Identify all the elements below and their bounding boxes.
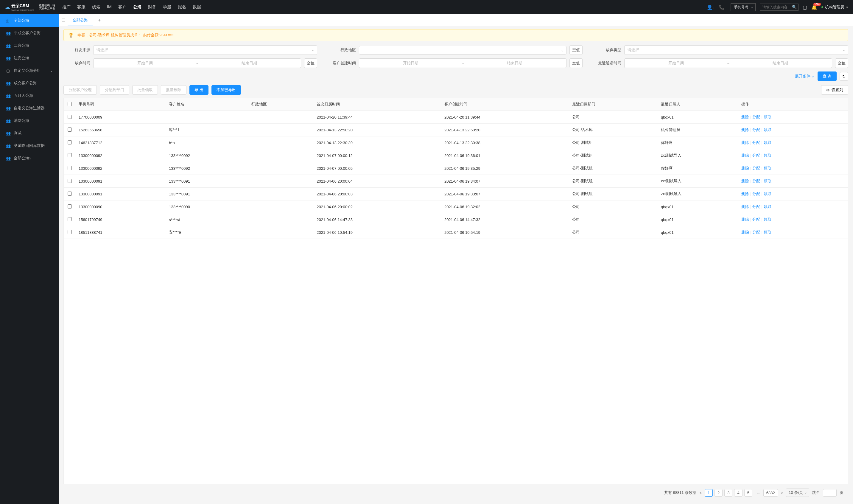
- page-5[interactable]: 5: [744, 489, 752, 497]
- nav-item-5[interactable]: 公海: [133, 4, 142, 10]
- row-claim-link[interactable]: 领取: [764, 192, 772, 196]
- query-button[interactable]: 查 询: [818, 71, 837, 81]
- filter-abandon-type-select[interactable]: 请选择: [624, 45, 848, 55]
- tab-all-sea[interactable]: 全部公海: [68, 14, 93, 26]
- row-checkbox[interactable]: [68, 217, 72, 221]
- filter-call-time-range[interactable]: 开始日期~结束日期: [624, 58, 832, 68]
- page-last[interactable]: 6882: [763, 489, 778, 497]
- filter-call-time-empty[interactable]: 空值: [835, 58, 848, 68]
- row-claim-link[interactable]: 领取: [764, 217, 772, 222]
- row-delete-link[interactable]: 删除: [741, 217, 749, 222]
- user-menu[interactable]: 机构管理员 ▾: [821, 4, 848, 10]
- row-checkbox[interactable]: [68, 140, 72, 144]
- nav-item-4[interactable]: 客户: [118, 4, 127, 10]
- sidebar-item-0[interactable]: 👥全部公海: [0, 14, 59, 27]
- select-all-checkbox[interactable]: [68, 102, 72, 106]
- row-assign-link[interactable]: 分配: [752, 115, 760, 119]
- row-checkbox[interactable]: [68, 127, 72, 132]
- row-assign-link[interactable]: 分配: [752, 192, 760, 196]
- row-delete-link[interactable]: 删除: [741, 140, 749, 145]
- columns-settings-button[interactable]: ⚙ 设置列: [821, 85, 848, 95]
- nav-item-3[interactable]: IM: [107, 4, 112, 10]
- notification-icon[interactable]: 🔔99+: [811, 4, 817, 10]
- search-type-select[interactable]: 手机号码: [731, 3, 756, 11]
- filter-created-time-range[interactable]: 开始日期~结束日期: [359, 58, 567, 68]
- sidebar-item-1[interactable]: 👥非成交客户公海: [0, 27, 59, 39]
- filter-region-select[interactable]: [359, 46, 567, 55]
- sidebar-item-9[interactable]: 👥测试: [0, 127, 59, 139]
- filter-created-time-empty[interactable]: 空值: [569, 58, 583, 68]
- row-checkbox[interactable]: [68, 179, 72, 183]
- row-checkbox[interactable]: [68, 166, 72, 170]
- row-delete-link[interactable]: 删除: [741, 127, 749, 132]
- filter-abandon-time-range[interactable]: 开始日期~结束日期: [93, 58, 301, 68]
- assign-manager-button[interactable]: 分配客户经理: [63, 85, 97, 95]
- row-claim-link[interactable]: 领取: [764, 127, 772, 132]
- batch-claim-button[interactable]: 批量领取: [132, 85, 158, 95]
- filter-source-select[interactable]: 请选择: [93, 45, 317, 55]
- sidebar-item-7[interactable]: 👥自定义公海过滤器: [0, 102, 59, 114]
- sidebar-item-10[interactable]: 👥测试昨日回库数据: [0, 139, 59, 152]
- page-prev[interactable]: <: [699, 491, 702, 495]
- refresh-button[interactable]: ↻: [840, 72, 848, 81]
- sidebar-item-5[interactable]: 👥成交客户公海: [0, 77, 59, 89]
- filter-region-empty[interactable]: 空值: [569, 45, 583, 55]
- nav-item-2[interactable]: 线索: [92, 4, 101, 10]
- nav-item-7[interactable]: 学服: [163, 4, 171, 10]
- assign-dept-button[interactable]: 分配到部门: [100, 85, 129, 95]
- row-assign-link[interactable]: 分配: [752, 217, 760, 222]
- row-assign-link[interactable]: 分配: [752, 127, 760, 132]
- page-1[interactable]: 1: [705, 489, 713, 497]
- row-assign-link[interactable]: 分配: [752, 166, 760, 170]
- row-delete-link[interactable]: 删除: [741, 204, 749, 209]
- sidebar-item-3[interactable]: 👥注安公海: [0, 52, 59, 64]
- row-checkbox[interactable]: [68, 153, 72, 157]
- export-plain-button[interactable]: 不加密导出: [212, 85, 241, 95]
- search-icon[interactable]: 🔍: [792, 5, 797, 9]
- row-delete-link[interactable]: 删除: [741, 230, 749, 234]
- nav-item-6[interactable]: 财务: [148, 4, 156, 10]
- row-checkbox[interactable]: [68, 204, 72, 209]
- row-checkbox[interactable]: [68, 192, 72, 196]
- row-delete-link[interactable]: 删除: [741, 166, 749, 170]
- page-next[interactable]: >: [781, 491, 783, 495]
- page-3[interactable]: 3: [724, 489, 732, 497]
- expand-filters-link[interactable]: 展开条件 ⌄: [795, 74, 815, 79]
- phone-icon[interactable]: 📞: [719, 4, 725, 10]
- row-claim-link[interactable]: 领取: [764, 115, 772, 119]
- row-claim-link[interactable]: 领取: [764, 230, 772, 234]
- nav-item-0[interactable]: 推广: [62, 4, 71, 10]
- jump-input[interactable]: [823, 489, 837, 497]
- user-add-icon[interactable]: 👤₊: [707, 4, 715, 10]
- row-delete-link[interactable]: 删除: [741, 153, 749, 158]
- nav-item-8[interactable]: 报名: [178, 4, 186, 10]
- row-assign-link[interactable]: 分配: [752, 179, 760, 183]
- row-assign-link[interactable]: 分配: [752, 153, 760, 158]
- tab-add-button[interactable]: +: [95, 18, 104, 23]
- sidebar-item-4[interactable]: ▢自定义公海分组⌄: [0, 64, 59, 77]
- row-delete-link[interactable]: 删除: [741, 179, 749, 183]
- page-size-select[interactable]: 10 条/页: [786, 488, 809, 497]
- row-checkbox[interactable]: [68, 230, 72, 234]
- nav-item-1[interactable]: 客服: [77, 4, 86, 10]
- sidebar-item-2[interactable]: 👥二咨公海: [0, 39, 59, 52]
- sidebar-item-11[interactable]: 👥全部公海2: [0, 152, 59, 164]
- device-icon[interactable]: ▢: [803, 4, 807, 10]
- page-4[interactable]: 4: [734, 489, 742, 497]
- row-claim-link[interactable]: 领取: [764, 140, 772, 145]
- nav-item-9[interactable]: 数据: [193, 4, 201, 10]
- row-assign-link[interactable]: 分配: [752, 230, 760, 234]
- tabs-menu-icon[interactable]: ☰: [62, 18, 65, 22]
- sidebar-item-8[interactable]: 👥消防公海: [0, 114, 59, 127]
- export-button[interactable]: 导 出: [189, 85, 208, 95]
- row-claim-link[interactable]: 领取: [764, 204, 772, 209]
- page-2[interactable]: 2: [714, 489, 723, 497]
- row-checkbox[interactable]: [68, 115, 72, 119]
- batch-delete-button[interactable]: 批量删除: [161, 85, 186, 95]
- row-assign-link[interactable]: 分配: [752, 140, 760, 145]
- row-delete-link[interactable]: 删除: [741, 192, 749, 196]
- row-delete-link[interactable]: 删除: [741, 115, 749, 119]
- row-assign-link[interactable]: 分配: [752, 204, 760, 209]
- row-claim-link[interactable]: 领取: [764, 166, 772, 170]
- sidebar-item-6[interactable]: 👥五月天公海: [0, 89, 59, 102]
